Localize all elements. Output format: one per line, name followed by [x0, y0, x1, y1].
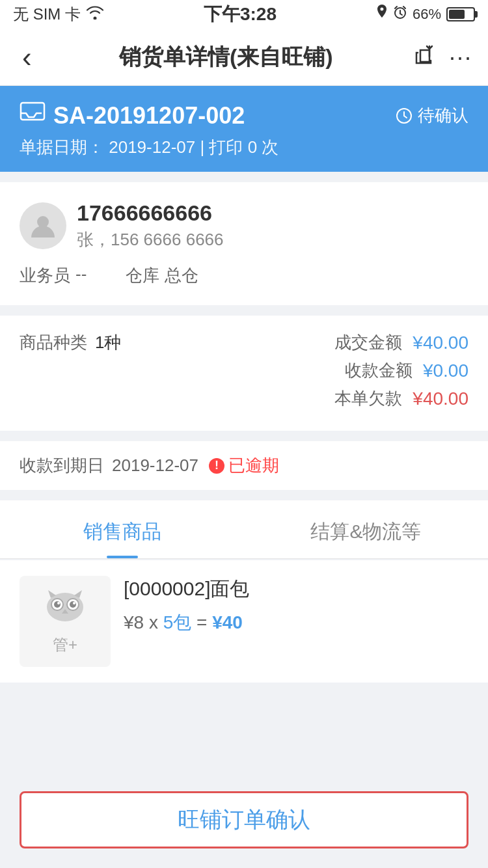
tabs-row: 销售商品 结算&物流等: [0, 500, 488, 558]
more-icon[interactable]: ···: [449, 44, 472, 71]
summary-right: 成交金额 ¥40.00 收款金额 ¥0.00 本单欠款 ¥40.00: [334, 331, 468, 415]
status-left: 无 SIM 卡: [13, 4, 104, 25]
owed-item: 本单欠款 ¥40.00: [334, 387, 468, 410]
warehouse-label: 仓库: [126, 264, 159, 287]
status-right: 66%: [376, 5, 475, 24]
back-button[interactable]: ‹: [16, 34, 38, 80]
product-item: 管+ [0000002]面包 ¥8 x 5包 = ¥40: [20, 576, 468, 667]
overdue-text: 已逾期: [228, 454, 279, 477]
svg-line-6: [404, 116, 407, 118]
status-bar: 无 SIM 卡 下午3:28 66%: [0, 0, 488, 29]
transaction-label: 成交金额: [334, 331, 402, 354]
order-id: SA-20191207-002: [20, 102, 245, 129]
order-status: 待确认: [396, 104, 468, 127]
quantity: 5包: [163, 612, 192, 632]
overdue-badge: ! 已逾期: [209, 454, 279, 477]
nav-bar: ‹ 销货单详情(来自旺铺) ···: [0, 29, 488, 86]
customer-row: 17666666666 张，156 6666 6666: [20, 200, 468, 251]
product-logo-icon: [42, 588, 88, 632]
summary-card: 商品种类 1种 成交金额 ¥40.00 收款金额 ¥0.00 本单欠款 ¥40.…: [0, 316, 488, 431]
product-type-value: 1种: [95, 331, 121, 354]
product-section: 管+ [0000002]面包 ¥8 x 5包 = ¥40: [0, 560, 488, 683]
customer-info: 17666666666 张，156 6666 6666: [77, 200, 224, 251]
svg-line-2: [400, 14, 402, 15]
sales-value: --: [75, 264, 87, 287]
customer-card: 17666666666 张，156 6666 6666 业务员 -- 仓库 总仓: [0, 182, 488, 305]
bottom-btn-container: 旺铺订单确认: [0, 781, 488, 868]
product-thumb-inner: 管+: [20, 576, 111, 667]
svg-point-12: [70, 601, 76, 608]
order-date-row: 单据日期： 2019-12-07 | 打印 0 次: [20, 136, 468, 159]
svg-point-13: [57, 602, 60, 604]
date-label: 单据日期：: [20, 137, 104, 157]
order-header-card: SA-20191207-002 待确认 单据日期： 2019-12-07 | 打…: [0, 86, 488, 172]
print-info: | 打印 0 次: [200, 137, 278, 157]
overdue-icon: !: [209, 458, 224, 474]
svg-point-11: [54, 601, 61, 608]
plus-icon: 管+: [53, 634, 77, 655]
transaction-item: 成交金额 ¥40.00: [334, 331, 468, 354]
price-total: ¥40: [212, 612, 243, 632]
order-id-row: SA-20191207-002 待确认: [20, 102, 468, 129]
sales-label: 业务员: [20, 264, 70, 287]
tab-settlement-logistics[interactable]: 结算&物流等: [244, 500, 488, 558]
alarm-icon: [393, 5, 407, 23]
due-date-card: 收款到期日 2019-12-07 ! 已逾期: [0, 441, 488, 490]
location-icon: [376, 5, 388, 24]
customer-sub: 张，156 6666 6666: [77, 228, 224, 251]
sales-meta: 业务员 --: [20, 264, 87, 287]
receipt-label: 收款金额: [345, 359, 413, 382]
customer-phone: 17666666666: [77, 200, 224, 226]
owed-value: ¥40.00: [413, 388, 468, 409]
owed-label: 本单欠款: [334, 387, 402, 410]
price-unit: ¥8: [124, 612, 144, 632]
order-inbox-icon: [20, 102, 46, 129]
product-name: [0000002]面包: [124, 576, 468, 603]
wifi-icon: [86, 5, 104, 23]
customer-avatar: [20, 202, 66, 249]
tabs-container: 销售商品 结算&物流等: [0, 500, 488, 559]
summary-row: 商品种类 1种 成交金额 ¥40.00 收款金额 ¥0.00 本单欠款 ¥40.…: [20, 331, 468, 415]
confirm-order-label: 旺铺订单确认: [178, 805, 310, 835]
due-date-label: 收款到期日: [20, 454, 104, 477]
warehouse-value: 总仓: [165, 264, 198, 287]
sim-text: 无 SIM 卡: [13, 4, 81, 25]
confirm-order-button[interactable]: 旺铺订单确认: [20, 791, 468, 848]
product-thumbnail: 管+: [20, 576, 111, 667]
tab-sales-products[interactable]: 销售商品: [0, 500, 244, 558]
battery-icon: [446, 7, 475, 21]
equals-sign: =: [197, 612, 207, 632]
product-info: [0000002]面包 ¥8 x 5包 = ¥40: [124, 576, 468, 635]
receipt-value: ¥0.00: [423, 360, 468, 381]
warehouse-meta: 仓库 总仓: [126, 264, 198, 287]
nav-actions: ···: [414, 44, 472, 71]
order-status-text: 待确认: [418, 104, 468, 127]
summary-left: 商品种类 1种: [20, 331, 121, 354]
page-title: 销货单详情(来自旺铺): [119, 42, 333, 72]
battery-percent: 66%: [413, 6, 441, 23]
status-time: 下午3:28: [204, 2, 277, 27]
share-icon[interactable]: [414, 44, 436, 71]
multiply-sign: x: [149, 612, 158, 632]
transaction-value: ¥40.00: [413, 332, 468, 353]
customer-meta: 业务员 -- 仓库 总仓: [20, 264, 468, 287]
product-type-label: 商品种类: [20, 331, 87, 354]
svg-point-14: [73, 602, 75, 604]
order-date: 2019-12-07: [109, 137, 195, 157]
due-date-value: 2019-12-07: [112, 455, 198, 476]
receipt-item: 收款金额 ¥0.00: [334, 359, 468, 382]
product-price-row: ¥8 x 5包 = ¥40: [124, 610, 468, 635]
